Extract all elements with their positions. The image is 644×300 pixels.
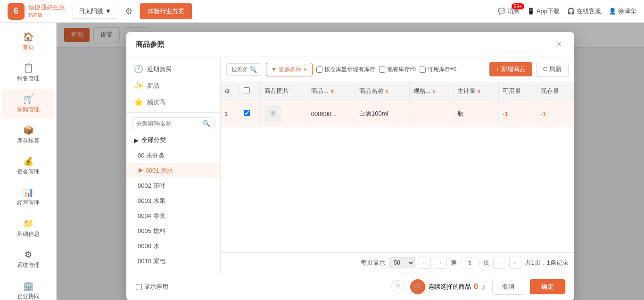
logo-badge: 精简版 [28, 12, 65, 18]
checkbox-exist-input[interactable] [379, 67, 385, 73]
confirm-btn[interactable]: 确定 [530, 279, 565, 294]
category-item-c0008[interactable]: 0008 水 [126, 239, 220, 254]
search-icon: 🔍 [249, 66, 257, 73]
sidebar-label-purchase: 采购管理 [17, 106, 40, 114]
checkbox-available-input[interactable] [420, 67, 426, 73]
dialog: 商品参照 × 🕐 近期购买 ✨ 新品 [126, 32, 574, 300]
nav-app-download[interactable]: 📱 App下载 [527, 7, 560, 16]
nav-service[interactable]: 🎧 在线客服 [567, 7, 601, 16]
last-page-btn[interactable]: » [509, 257, 521, 269]
freq-label: 频次高 [147, 98, 165, 107]
checkbox-available[interactable]: 可用库存≠0 [420, 66, 456, 74]
product-search-input[interactable] [231, 66, 247, 73]
category-item-c0002[interactable]: 0002 茶叶 [126, 178, 220, 193]
pagination-bar: 每页显示 50 20 100 « ‹ 第 1 页 › [221, 252, 574, 273]
col-settings[interactable]: ⚙ [221, 82, 240, 100]
all-category-header[interactable]: ▶ 全部分类 [126, 132, 220, 148]
nav-right: 💬 消息 99+ 📱 App下载 🎧 在线客服 👤 徐泽华 [498, 7, 636, 16]
show-disabled-checkbox[interactable]: 显示停用 [136, 283, 168, 291]
sidebar-item-purchase[interactable]: 🛒 采购管理 [2, 89, 54, 118]
cell-checkbox[interactable] [240, 100, 260, 127]
chevron-down-icon: ▼ [105, 8, 111, 15]
logo-icon: 6 [8, 3, 25, 20]
logo-text: 畅捷通好生意 [28, 4, 65, 12]
user-label: 徐泽华 [618, 7, 636, 16]
next-page-btn[interactable]: › [493, 257, 505, 269]
col-code[interactable]: 商品... ⇅ [307, 82, 355, 100]
category-search-input[interactable] [136, 120, 200, 127]
sidebar-item-company[interactable]: 🏢 企业协同 [2, 276, 54, 300]
page-number-input[interactable]: 1 [461, 258, 479, 268]
cell-unit: 瓶 [454, 100, 499, 127]
new-icon: ✨ [134, 81, 143, 90]
col-spec[interactable]: 规格... ⇅ [409, 82, 453, 100]
checkbox-warehouse[interactable]: 按仓库显示现有库存 [316, 66, 375, 74]
show-disabled-input[interactable] [136, 284, 142, 290]
cell-seq: 1 [221, 100, 240, 127]
sidebar-item-inventory[interactable]: 📦 库存核算 [2, 120, 54, 150]
sidebar-item-finance[interactable]: 💰 资金管理 [2, 151, 54, 181]
sidebar: 🏠 首页 📋 销售管理 🛒 采购管理 📦 库存核算 💰 资金管理 📊 经营管理 … [0, 23, 57, 300]
dialog-left-panel: 🕐 近期购买 ✨ 新品 ⭐ 频次高 [126, 57, 221, 273]
operation-icon: 📊 [23, 187, 33, 198]
category-item-c0003[interactable]: 0003 水果 [126, 193, 220, 208]
page-total: 共1页，1条记录 [525, 258, 569, 267]
refresh-btn[interactable]: C 刷新 [536, 62, 569, 77]
nav-dropdown[interactable]: 日太阳膜 ▼ [73, 4, 117, 19]
col-stock: 现存量 [537, 82, 574, 100]
sidebar-label-finance: 资金管理 [17, 168, 40, 176]
logo-area: 6 畅捷通好生意 精简版 [8, 3, 65, 20]
col-unit-label: 主计量 [457, 87, 476, 95]
page-label: 第 [451, 258, 457, 267]
more-filter-btn[interactable]: ▼ 更多条件 ∧ [266, 63, 313, 76]
new-product-item[interactable]: ✨ 新品 [126, 77, 220, 94]
sidebar-item-home[interactable]: 🏠 首页 [2, 27, 54, 56]
category-item-c0010[interactable]: 0010 家电 [126, 254, 220, 269]
freq-high-item[interactable]: ⭐ 频次高 [126, 94, 220, 110]
prev-page-btn[interactable]: ‹ [435, 257, 447, 269]
cancel-btn[interactable]: 取消 [492, 279, 524, 295]
col-unit[interactable]: 主计量 ⇅ [454, 82, 499, 100]
sidebar-item-system[interactable]: ⚙ 系统管理 [2, 245, 54, 274]
dialog-close-button[interactable]: × [553, 39, 565, 50]
recent-purchase-item[interactable]: 🕐 近期购买 [126, 61, 220, 77]
message-icon: 💬 [498, 8, 505, 15]
experience-btn[interactable]: 体验行业方案 [140, 3, 192, 19]
cart-collapse-btn[interactable]: ∧ [481, 283, 487, 292]
per-page-select[interactable]: 50 20 100 [389, 257, 415, 268]
dialog-overlay: 商品参照 × 🕐 近期购买 ✨ 新品 [57, 23, 644, 300]
sidebar-label-basic: 基础信息 [17, 230, 40, 238]
sidebar-item-operation[interactable]: 📊 经营管理 [2, 183, 54, 212]
category-label-c0001: 0001 酒水 [146, 167, 173, 174]
first-page-btn[interactable]: « [419, 257, 431, 269]
cart-area: 🛒 连续选择的商品 0 ∧ [410, 279, 487, 294]
row-checkbox[interactable] [244, 110, 250, 116]
category-item-c0005[interactable]: 0005 饮料 [126, 224, 220, 239]
nav-user[interactable]: 👤 徐泽华 [609, 7, 636, 16]
app-label: App下载 [537, 7, 560, 16]
col-name[interactable]: 商品名称 ⇅ [355, 82, 409, 100]
nav-message[interactable]: 💬 消息 99+ [498, 7, 520, 16]
product-search-box[interactable]: 🔍 [226, 63, 262, 76]
col-checkbox[interactable] [240, 82, 260, 100]
category-item-c0001[interactable]: ▶ 0001 酒水 [126, 163, 220, 178]
table-row[interactable]: 1 图 000600... 白酒100ml 瓶 [221, 100, 574, 127]
sidebar-item-basic[interactable]: 📁 基础信息 [2, 214, 54, 243]
category-item-c0004[interactable]: 0004 零食 [126, 208, 220, 224]
per-page-label: 每页显示 [361, 258, 385, 267]
sidebar-label-operation: 经营管理 [17, 199, 40, 207]
category-search[interactable]: 🔍 [132, 117, 215, 129]
category-item-c00[interactable]: 00 未分类 [126, 148, 220, 163]
cart-icon: 🛒 [410, 279, 425, 294]
checkbox-warehouse-input[interactable] [316, 67, 322, 73]
active-arrow: ▶ [138, 167, 146, 174]
settings-icon[interactable]: ⚙ [121, 4, 136, 19]
add-product-btn[interactable]: + 新增商品 [489, 62, 532, 76]
select-all-checkbox[interactable] [244, 87, 250, 93]
sidebar-item-sales[interactable]: 📋 销售管理 [2, 58, 54, 87]
col-code-label: 商品... [311, 87, 329, 95]
help-btn[interactable]: ? [391, 280, 405, 293]
nav-dropdown-label: 日太阳膜 [79, 7, 103, 16]
checkbox-exist[interactable]: 现有库存≠0 [379, 66, 416, 74]
col-image: 商品图片 [260, 82, 307, 100]
